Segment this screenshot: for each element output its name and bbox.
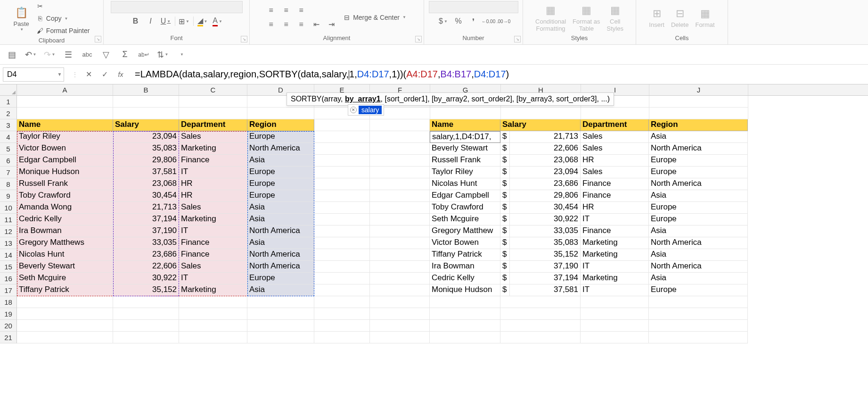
cell[interactable] [314, 167, 370, 178]
cell[interactable] [247, 308, 314, 320]
cell-currency[interactable]: $ [500, 225, 510, 237]
cell-region[interactable]: Asia [649, 273, 748, 284]
cell[interactable] [17, 296, 113, 308]
cell-salary[interactable]: 23,094 [510, 167, 581, 178]
cell-dept[interactable]: IT [581, 261, 649, 273]
comma-format-button[interactable]: ❜ [467, 15, 480, 27]
cell-region[interactable]: Europe [247, 273, 314, 284]
cell[interactable] [370, 249, 430, 261]
cell[interactable] [314, 178, 370, 190]
cell-region[interactable]: North America [649, 261, 748, 273]
cell-dept[interactable]: HR [581, 202, 649, 214]
cell-region[interactable]: Europe [649, 214, 748, 225]
cell-currency[interactable]: $ [500, 237, 510, 249]
cell-salary[interactable]: 37,581 [113, 167, 179, 178]
cell[interactable] [581, 308, 649, 320]
cell-dept[interactable]: Sales [581, 167, 649, 178]
cell-salary[interactable]: 22,606 [510, 143, 581, 155]
cell-region[interactable]: Asia [247, 284, 314, 296]
cell-currency[interactable]: $ [500, 155, 510, 167]
row-header[interactable]: 16 [0, 273, 17, 284]
touch-button[interactable]: ☰ [62, 49, 74, 61]
cell[interactable] [500, 320, 581, 332]
row-header[interactable]: 13 [0, 237, 17, 249]
cell-currency[interactable]: $ [500, 273, 510, 284]
conditional-formatting-button[interactable]: ▦Conditional Formatting [533, 2, 568, 33]
cell[interactable] [430, 296, 500, 308]
cell-currency[interactable]: $ [500, 214, 510, 225]
cell-name[interactable]: Tiffany Patrick [430, 249, 500, 261]
percent-format-button[interactable]: % [452, 15, 465, 27]
tooltip-current-arg[interactable]: by_array1 [345, 95, 381, 103]
cell-salary[interactable]: 37,194 [510, 273, 581, 284]
cell-region[interactable]: Asia [649, 131, 748, 143]
cell-currency[interactable]: $ [500, 167, 510, 178]
bold-button[interactable]: B [130, 15, 142, 27]
cell[interactable] [370, 225, 430, 237]
cell[interactable] [314, 332, 370, 343]
cell[interactable] [649, 320, 748, 332]
cell-name[interactable]: Victor Bowen [430, 237, 500, 249]
customize-qat-button[interactable]: ▼ [175, 49, 188, 61]
cell-salary[interactable]: 37,194 [113, 214, 179, 225]
row-header[interactable]: 6 [0, 155, 17, 167]
row-header[interactable]: 20 [0, 320, 17, 332]
cell[interactable] [649, 96, 748, 108]
cell-currency[interactable]: $ [500, 190, 510, 202]
name-box-input[interactable] [3, 68, 56, 81]
cell[interactable] [370, 143, 430, 155]
cell-salary[interactable]: 30,454 [113, 190, 179, 202]
formula-input[interactable]: =LAMBDA(data,salary,region,SORTBY(data,s… [131, 67, 868, 82]
cell[interactable] [430, 320, 500, 332]
cell[interactable] [314, 143, 370, 155]
cell-name[interactable]: Edgar Campbell [430, 190, 500, 202]
cell-name[interactable]: Beverly Stewart [430, 143, 500, 155]
cell[interactable] [370, 237, 430, 249]
align-top-button[interactable]: ≡ [265, 4, 277, 17]
cell-salary[interactable]: 23,094 [113, 131, 179, 143]
cell-region[interactable]: Asia [247, 202, 314, 214]
cell-dept[interactable]: Marketing [179, 214, 247, 225]
cell[interactable] [179, 320, 247, 332]
row-header[interactable]: 3 [0, 119, 17, 131]
increase-decimal-button[interactable]: ←0.00 [483, 15, 495, 27]
merge-center-button[interactable]: ⊟ Merge & Center ▼ [340, 12, 409, 23]
cell-currency[interactable]: $ [500, 249, 510, 261]
cancel-formula-button[interactable]: ✕ [83, 69, 94, 80]
cell[interactable] [314, 296, 370, 308]
header-name[interactable]: Name [17, 119, 113, 131]
cell[interactable] [370, 320, 430, 332]
cell[interactable] [314, 155, 370, 167]
cell[interactable] [314, 202, 370, 214]
cell[interactable] [370, 284, 430, 296]
delete-cells-button[interactable]: ⊟Delete [669, 5, 691, 29]
header-department[interactable]: Department [179, 119, 247, 131]
cell-currency[interactable]: $ [500, 178, 510, 190]
cell-dept[interactable]: IT [179, 273, 247, 284]
cell[interactable] [581, 296, 649, 308]
cell-dept[interactable]: Finance [581, 225, 649, 237]
cell[interactable] [370, 308, 430, 320]
cell-dept[interactable]: Sales [179, 261, 247, 273]
cell-salary[interactable]: 37,190 [113, 225, 179, 237]
row-header[interactable]: 7 [0, 167, 17, 178]
cell[interactable] [430, 308, 500, 320]
cell[interactable] [370, 190, 430, 202]
cell[interactable] [113, 108, 179, 119]
cell-name[interactable]: Edgar Campbell [17, 155, 113, 167]
cell-name[interactable]: Cedric Kelly [430, 273, 500, 284]
cell[interactable] [430, 332, 500, 343]
cell[interactable] [500, 332, 581, 343]
cell-dept[interactable]: HR [581, 155, 649, 167]
column-header[interactable]: C [179, 84, 247, 95]
increase-indent-button[interactable]: ⇥ [325, 18, 337, 31]
cell[interactable] [314, 237, 370, 249]
cell-salary[interactable]: 37,190 [510, 261, 581, 273]
cell-dept[interactable]: IT [581, 284, 649, 296]
cell-name[interactable]: Toby Crawford [17, 190, 113, 202]
cell[interactable] [314, 284, 370, 296]
cut-button[interactable]: ✂ [34, 1, 92, 11]
cell[interactable] [17, 108, 113, 119]
cell-dept[interactable]: Finance [179, 249, 247, 261]
copy-button[interactable]: ⎘Copy▼ [34, 13, 92, 24]
